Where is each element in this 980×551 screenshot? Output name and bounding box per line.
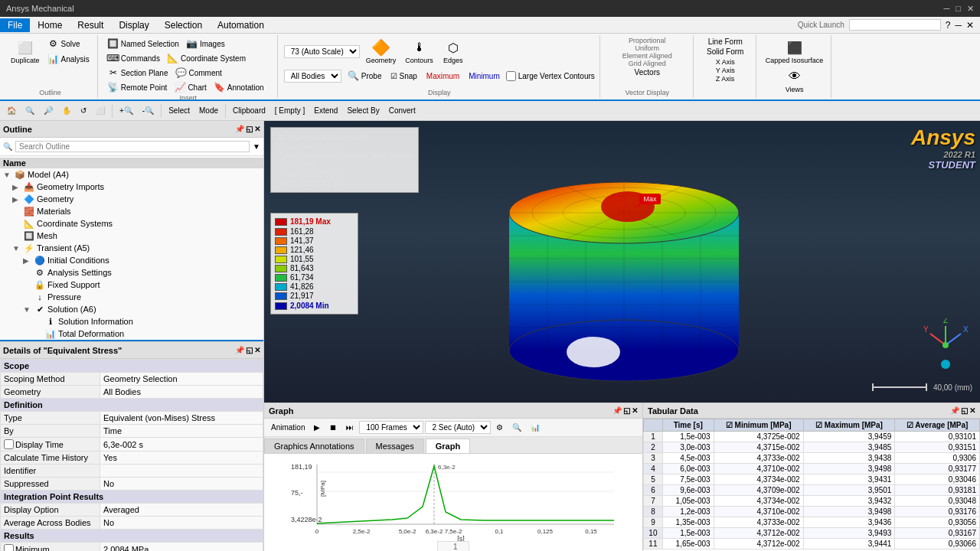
bodies-dropdown[interactable]: All Bodies (284, 70, 341, 83)
comment-button[interactable]: 💬 Comment (172, 66, 225, 80)
outline-float-icon[interactable]: ◱ (246, 125, 253, 133)
duplicate-button[interactable]: ⬜ Duplicate (8, 37, 43, 66)
select-by-btn[interactable]: Select By (343, 105, 383, 116)
minimize2-icon[interactable]: ─ (955, 20, 962, 31)
menu-display[interactable]: Display (111, 18, 156, 32)
zoom-fit-btn[interactable]: 🔍 (21, 105, 38, 116)
zoom-out-btn[interactable]: -🔍 (139, 105, 158, 116)
menu-file[interactable]: File (0, 18, 30, 32)
tree-pressure[interactable]: ↓ Pressure (0, 291, 263, 303)
images-button[interactable]: 📷 Images (183, 37, 228, 51)
vectors-button[interactable]: Vectors (632, 67, 663, 77)
tree-solution[interactable]: ▼ ✔ Solution (A6) (0, 303, 263, 315)
minimize-icon[interactable]: ─ (944, 4, 950, 14)
play-btn[interactable]: ▶ (310, 422, 324, 433)
tabular-pin-icon[interactable]: 📌 (950, 406, 959, 415)
tree-fixed-support[interactable]: 🔒 Fixed Support (0, 279, 263, 291)
results-section: Results (1, 530, 263, 543)
tree-model[interactable]: ▼ 📦 Model (A4) (0, 168, 263, 181)
graph-float-icon[interactable]: ◱ (623, 406, 630, 415)
tree-coord-sys[interactable]: 📐 Coordinate Systems (0, 217, 263, 230)
help-icon[interactable]: ? (946, 20, 951, 31)
tab-graph[interactable]: Graph (426, 439, 470, 453)
viewport[interactable]: A: Transient Structural Equivalent Stres… (264, 121, 980, 403)
menu-automation[interactable]: Automation (210, 18, 272, 32)
search-input[interactable] (15, 141, 250, 152)
tree-geo-imports[interactable]: ▶ 📥 Geometry Imports (0, 181, 263, 193)
tab-messages[interactable]: Messages (366, 439, 424, 453)
select-btn[interactable]: Select (165, 105, 194, 116)
zoom-btn[interactable]: 🔎 (40, 105, 57, 116)
annotation-button[interactable]: 🔖 Annotation (211, 80, 267, 94)
rotate-btn[interactable]: ↺ (77, 105, 90, 116)
large-vertex-cb[interactable]: Large Vertex Contours (506, 71, 595, 81)
tree-transient[interactable]: ▼ ⚡ Transient (A5) (0, 242, 263, 254)
convert-btn[interactable]: Convert (385, 105, 420, 116)
home-view-btn[interactable]: 🏠 (3, 105, 20, 116)
outline-pin-icon[interactable]: 📌 (235, 125, 244, 133)
analysis-button[interactable]: 📊 Analysis (44, 52, 93, 66)
details-float-icon[interactable]: ◱ (246, 346, 253, 354)
zoom-graph-btn[interactable]: 🔍 (508, 422, 525, 433)
menu-selection[interactable]: Selection (157, 18, 210, 32)
details-pin-icon[interactable]: 📌 (235, 346, 244, 354)
solve-button[interactable]: ⚙ Solve (44, 37, 93, 51)
tree-analysis-settings[interactable]: ⚙ Analysis Settings (0, 266, 263, 279)
chart-type-btn[interactable]: 📊 (527, 422, 544, 433)
frames-dropdown[interactable]: 100 Frames (359, 421, 423, 434)
mode-btn[interactable]: Mode (195, 105, 222, 116)
quick-launch-input[interactable] (849, 19, 941, 31)
capped-isosurface-button[interactable]: ⬛ Capped Isosurface (763, 37, 827, 66)
tree-mesh[interactable]: 🔲 Mesh (0, 230, 263, 242)
minimum-button[interactable]: Minimum (466, 71, 503, 81)
tree-geometry[interactable]: ▶ 🔷 Geometry (0, 193, 263, 205)
close2-icon[interactable]: ✕ (966, 20, 974, 31)
line-form-button[interactable]: Line Form (705, 37, 746, 47)
geometry-button[interactable]: 🔶 Geometry (363, 37, 400, 66)
graph-pin-icon[interactable]: 📌 (612, 406, 622, 415)
tree-total-deform[interactable]: 📊 Total Deformation (0, 328, 263, 340)
empty-btn[interactable]: [ Empty ] (271, 105, 309, 116)
display-time-cb[interactable] (4, 439, 14, 449)
pan-btn[interactable]: ✋ (58, 105, 75, 116)
minimum-cb[interactable] (4, 544, 14, 551)
edges-button[interactable]: ⬡ Edges (439, 37, 467, 66)
definition-section: Definition (1, 399, 263, 412)
tabular-float-icon[interactable]: ◱ (961, 406, 968, 415)
sec-dropdown[interactable]: 2 Sec (Auto) (425, 421, 491, 434)
search-dropdown-icon[interactable]: ▼ (253, 142, 260, 151)
menu-result[interactable]: Result (70, 18, 111, 32)
graph-settings-btn[interactable]: ⚙ (492, 422, 507, 433)
snap-button[interactable]: ☑ Snap (387, 71, 420, 81)
stop-btn[interactable]: ⏹ (325, 422, 341, 433)
remote-point-button[interactable]: 📡 Remote Point (104, 80, 171, 94)
close-icon[interactable]: ✕ (967, 4, 974, 14)
details-close-icon[interactable]: ✕ (254, 346, 260, 354)
coord-system-button[interactable]: 📐 Coordinate System (164, 51, 249, 65)
maximize-icon[interactable]: □ (956, 4, 961, 14)
maximum-button[interactable]: Maximum (423, 71, 462, 81)
solid-form-button[interactable]: Solid Form (704, 47, 746, 57)
tabular-close-icon[interactable]: ✕ (969, 406, 975, 415)
clipboard-btn[interactable]: Clipboard (229, 105, 270, 116)
named-selection-button[interactable]: 🔲 Named Selection (104, 37, 182, 51)
tab-graphics[interactable]: Graphics Annotations (264, 439, 364, 453)
views-button[interactable]: 👁 Views (781, 66, 808, 95)
commands-button[interactable]: ⌨ Commands (104, 51, 163, 65)
zoom-in-btn[interactable]: +🔍 (116, 105, 137, 116)
step-fwd-btn[interactable]: ⏭ (342, 422, 358, 433)
model-expand[interactable]: ▼ (3, 171, 12, 179)
tree-sol-info[interactable]: ℹ Solution Information (0, 315, 263, 328)
contours-button[interactable]: 🌡 Contours (402, 37, 436, 66)
tree-init-cond[interactable]: ▶ 🔵 Initial Conditions (0, 254, 263, 266)
section-plane-button[interactable]: ✂ Section Plane (104, 66, 172, 80)
extend-btn[interactable]: Extend (310, 105, 341, 116)
outline-close-icon[interactable]: ✕ (254, 125, 260, 133)
graph-close-icon[interactable]: ✕ (632, 406, 638, 415)
box-zoom-btn[interactable]: ⬜ (92, 105, 109, 116)
probe-button[interactable]: 🔍 Probe (345, 69, 385, 83)
chart-button[interactable]: 📈 Chart (171, 80, 209, 94)
scale-dropdown[interactable]: 73 (Auto Scale) (284, 45, 360, 58)
tree-materials[interactable]: 🧱 Materials (0, 205, 263, 217)
menu-home[interactable]: Home (30, 18, 70, 32)
